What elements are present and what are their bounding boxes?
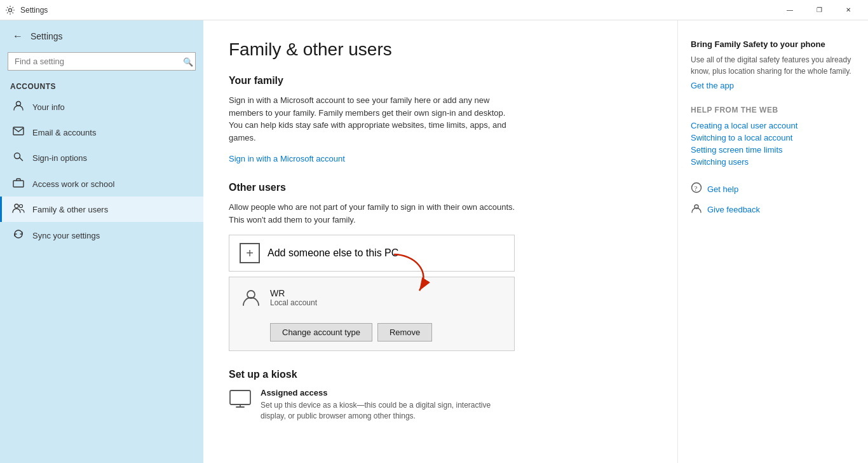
- app-body: ← Settings 🔍 Accounts Your info Email & …: [0, 20, 868, 463]
- close-button[interactable]: ✕: [834, 0, 863, 20]
- your-family-title: Your family: [229, 75, 652, 86]
- your-family-desc: Sign in with a Microsoft account to see …: [229, 94, 521, 144]
- key-icon: [12, 151, 25, 165]
- user-card-actions: Change account type Remove: [229, 318, 514, 350]
- get-help-icon: ?: [691, 182, 702, 196]
- search-icon[interactable]: 🔍: [183, 57, 193, 66]
- sidebar-item-your-info[interactable]: Your info: [0, 93, 203, 120]
- page-title: Family & other users: [229, 39, 652, 60]
- help-link-2[interactable]: Switching to a local account: [691, 133, 855, 142]
- plus-icon: +: [240, 243, 260, 263]
- sidebar-item-family-users[interactable]: Family & other users: [0, 197, 203, 222]
- assigned-access-desc: Set up this device as a kiosk—this could…: [261, 400, 515, 422]
- remove-button[interactable]: Remove: [377, 323, 432, 342]
- sidebar-item-label-sign-in: Sign-in options: [32, 153, 87, 163]
- add-user-box[interactable]: + Add someone else to this PC: [229, 235, 515, 272]
- add-user-label: Add someone else to this PC: [268, 247, 398, 259]
- get-help-row: ? Get help: [691, 182, 855, 196]
- sign-in-link[interactable]: Sign in with a Microsoft account: [229, 154, 345, 163]
- user-card-header[interactable]: WR Local account: [229, 277, 514, 318]
- sidebar-item-access-work[interactable]: Access work or school: [0, 171, 203, 197]
- sidebar-item-label-your-info: Your info: [32, 102, 65, 112]
- right-panel: Bring Family Safety to your phone Use al…: [677, 20, 868, 463]
- sync-icon: [12, 228, 25, 242]
- sidebar-item-label-email: Email & accounts: [32, 128, 96, 137]
- other-users-desc: Allow people who are not part of your fa…: [229, 201, 521, 226]
- get-help-link[interactable]: Get help: [707, 184, 738, 194]
- help-from-web-header: Help from the web: [691, 106, 855, 114]
- sidebar-app-title: Settings: [31, 31, 63, 41]
- sidebar: ← Settings 🔍 Accounts Your info Email & …: [0, 20, 203, 463]
- group-icon: [12, 203, 25, 216]
- sidebar-header: ← Settings: [0, 20, 203, 52]
- sidebar-item-sign-in-options[interactable]: Sign-in options: [0, 144, 203, 171]
- titlebar-controls: — ❐ ✕: [775, 0, 863, 20]
- back-button[interactable]: ←: [10, 28, 25, 45]
- user-type: Local account: [270, 298, 317, 307]
- maximize-button[interactable]: ❐: [804, 0, 834, 20]
- kiosk-item: Assigned access Set up this device as a …: [229, 388, 652, 422]
- help-link-4[interactable]: Switching users: [691, 157, 855, 167]
- sidebar-item-sync[interactable]: Sync your settings: [0, 222, 203, 249]
- assigned-access-title: Assigned access: [261, 388, 515, 397]
- give-feedback-row: Give feedback: [691, 202, 855, 216]
- arrow-container: WR Local account Change account type Rem…: [229, 277, 515, 351]
- sidebar-section-label: Accounts: [0, 76, 203, 93]
- sidebar-item-email-accounts[interactable]: Email & accounts: [0, 120, 203, 144]
- settings-icon: [5, 5, 15, 15]
- titlebar: Settings — ❐ ✕: [0, 0, 868, 20]
- bring-family-section: Bring Family Safety to your phone Use al…: [691, 39, 855, 90]
- user-avatar-icon: [240, 286, 262, 309]
- get-app-link[interactable]: Get the app: [691, 81, 855, 90]
- search-input[interactable]: [8, 52, 196, 71]
- svg-point-5: [15, 204, 18, 208]
- user-info: WR Local account: [270, 288, 317, 307]
- briefcase-icon: [12, 177, 25, 190]
- kiosk-icon: [229, 389, 252, 414]
- email-icon: [12, 127, 25, 138]
- person-icon: [12, 100, 25, 114]
- svg-point-3: [15, 153, 20, 159]
- svg-rect-4: [13, 181, 24, 187]
- svg-text:?: ?: [695, 184, 698, 192]
- give-feedback-link[interactable]: Give feedback: [707, 205, 760, 214]
- change-account-type-button[interactable]: Change account type: [270, 323, 372, 342]
- help-from-web-section: Help from the web Creating a local user …: [691, 106, 855, 167]
- kiosk-text: Assigned access Set up this device as a …: [261, 388, 515, 422]
- svg-rect-2: [13, 127, 24, 135]
- kiosk-section: Set up a kiosk Assigned access Set up th…: [229, 369, 652, 422]
- sidebar-item-label-sync: Sync your settings: [32, 231, 100, 240]
- feedback-icon: [691, 202, 702, 216]
- kiosk-title: Set up a kiosk: [229, 369, 652, 380]
- svg-point-6: [20, 205, 23, 208]
- help-link-1[interactable]: Creating a local user account: [691, 121, 855, 130]
- help-link-3[interactable]: Setting screen time limits: [691, 145, 855, 155]
- minimize-button[interactable]: —: [775, 0, 804, 20]
- titlebar-title: Settings: [20, 6, 775, 15]
- svg-rect-9: [230, 390, 250, 404]
- search-box: 🔍: [8, 52, 196, 71]
- bring-family-desc: Use all of the digital safety features y…: [691, 54, 855, 77]
- user-name: WR: [270, 288, 317, 298]
- svg-point-0: [9, 8, 12, 11]
- sidebar-item-label-family: Family & other users: [32, 205, 108, 214]
- sidebar-item-label-access: Access work or school: [32, 179, 114, 189]
- main-content: Family & other users Your family Sign in…: [203, 20, 677, 463]
- other-users-title: Other users: [229, 182, 652, 193]
- bring-family-title: Bring Family Safety to your phone: [691, 39, 855, 49]
- user-card: WR Local account Change account type Rem…: [229, 277, 515, 351]
